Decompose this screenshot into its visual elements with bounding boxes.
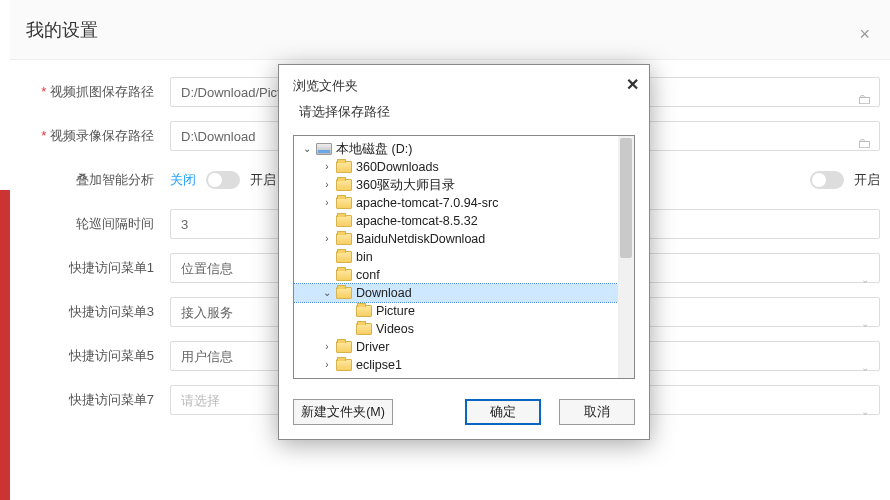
cancel-button[interactable]: 取消 xyxy=(559,399,635,425)
folder-tree[interactable]: ⌄本地磁盘 (D:)›360Downloads›360驱动大师目录›apache… xyxy=(293,135,635,379)
quick5-value: 用户信息 xyxy=(181,349,233,364)
quick7-placeholder: 请选择 xyxy=(181,393,220,408)
tree-node[interactable]: ›360驱动大师目录 xyxy=(294,176,634,194)
chevron-down-icon: ⌄ xyxy=(861,353,869,383)
tree-node-label: 360驱动大师目录 xyxy=(356,176,455,194)
snapshot-path-value: D:/Download/Pictur xyxy=(181,85,292,100)
tree-node-label: 本地磁盘 (D:) xyxy=(336,140,412,158)
page-title: 我的设置 xyxy=(10,0,890,42)
label-snapshot-path: 视频抓图保存路径 xyxy=(10,83,170,101)
folder-icon[interactable]: 🗀 xyxy=(857,128,871,158)
folder-icon[interactable]: 🗀 xyxy=(857,84,871,114)
tree-node[interactable]: apache-tomcat-8.5.32 xyxy=(294,212,634,230)
tree-node[interactable]: Videos xyxy=(294,320,634,338)
poll-interval-value: 3 xyxy=(181,217,188,232)
folder-icon xyxy=(336,233,352,245)
overlay-on-text: 开启 xyxy=(250,171,276,189)
ok-button[interactable]: 确定 xyxy=(465,399,541,425)
new-folder-button[interactable]: 新建文件夹(M) xyxy=(293,399,393,425)
folder-icon xyxy=(336,269,352,281)
dialog-close-icon[interactable]: ✕ xyxy=(626,75,639,94)
expand-icon[interactable]: › xyxy=(320,230,334,248)
label-quick7: 快捷访问菜单7 xyxy=(10,391,170,409)
overlay-off-text: 关闭 xyxy=(170,171,196,189)
tree-node[interactable]: ›eclipse1 xyxy=(294,356,634,374)
tree-node[interactable]: ›Driver xyxy=(294,338,634,356)
chevron-down-icon: ⌄ xyxy=(861,397,869,427)
tree-node[interactable]: ›apache-tomcat-7.0.94-src xyxy=(294,194,634,212)
tree-node[interactable]: ⌄Download xyxy=(294,284,634,302)
folder-icon xyxy=(356,305,372,317)
expand-icon[interactable]: › xyxy=(320,158,334,176)
expand-icon[interactable]: › xyxy=(320,356,334,374)
collapse-icon[interactable]: ⌄ xyxy=(300,140,314,158)
overlay-toggle-2[interactable] xyxy=(810,171,844,189)
tree-node[interactable]: ›360Downloads xyxy=(294,158,634,176)
page-header: 我的设置 × xyxy=(10,0,890,60)
dialog-subtitle: 请选择保存路径 xyxy=(279,99,649,131)
tree-node-label: bin xyxy=(356,248,373,266)
chevron-down-icon: ⌄ xyxy=(861,309,869,339)
browse-folder-dialog: 浏览文件夹 ✕ 请选择保存路径 ⌄本地磁盘 (D:)›360Downloads›… xyxy=(278,64,650,440)
tree-node[interactable]: ›BaiduNetdiskDownload xyxy=(294,230,634,248)
folder-icon xyxy=(336,251,352,263)
tree-node[interactable]: conf xyxy=(294,266,634,284)
label-smart-overlay: 叠加智能分析 xyxy=(10,171,170,189)
scrollbar-thumb[interactable] xyxy=(620,138,632,258)
tree-node-label: conf xyxy=(356,266,380,284)
record-path-value: D:\Download xyxy=(181,129,255,144)
settings-page: 我的设置 × 视频抓图保存路径 D:/Download/Pictur 🗀 视频录… xyxy=(0,0,890,500)
close-icon[interactable]: × xyxy=(859,24,870,45)
label-record-path: 视频录像保存路径 xyxy=(10,127,170,145)
tree-node-label: BaiduNetdiskDownload xyxy=(356,230,485,248)
folder-icon xyxy=(336,215,352,227)
label-quick1: 快捷访问菜单1 xyxy=(10,259,170,277)
folder-icon xyxy=(356,323,372,335)
tree-node-label: Download xyxy=(356,284,412,302)
quick3-value: 接入服务 xyxy=(181,305,233,320)
folder-icon xyxy=(336,359,352,371)
collapse-icon[interactable]: ⌄ xyxy=(320,284,334,302)
tree-node-label: Picture xyxy=(376,302,415,320)
tree-node-label: Videos xyxy=(376,320,414,338)
label-quick3: 快捷访问菜单3 xyxy=(10,303,170,321)
tree-node-label: eclipse1 xyxy=(356,356,402,374)
overlay-on-text-2: 开启 xyxy=(854,171,880,189)
overlay-toggle-1[interactable] xyxy=(206,171,240,189)
expand-icon[interactable]: › xyxy=(320,176,334,194)
expand-icon[interactable]: › xyxy=(320,338,334,356)
chevron-down-icon: ⌄ xyxy=(861,265,869,295)
label-quick5: 快捷访问菜单5 xyxy=(10,347,170,365)
tree-node-label: Driver xyxy=(356,338,389,356)
left-accent-bar xyxy=(0,0,10,500)
tree-node-label: 360Downloads xyxy=(356,158,439,176)
tree-node[interactable]: ⌄本地磁盘 (D:) xyxy=(294,140,634,158)
disk-icon xyxy=(316,143,332,155)
folder-icon xyxy=(336,287,352,299)
tree-node-label: apache-tomcat-8.5.32 xyxy=(356,212,478,230)
scrollbar-track[interactable] xyxy=(618,136,634,378)
folder-icon xyxy=(336,161,352,173)
tree-node[interactable]: bin xyxy=(294,248,634,266)
tree-node[interactable]: Picture xyxy=(294,302,634,320)
tree-node-label: apache-tomcat-7.0.94-src xyxy=(356,194,498,212)
dialog-title: 浏览文件夹 xyxy=(293,78,358,93)
dialog-footer: 新建文件夹(M) 确定 取消 xyxy=(279,391,649,439)
dialog-header: 浏览文件夹 ✕ xyxy=(279,65,649,99)
folder-icon xyxy=(336,197,352,209)
label-poll-interval: 轮巡间隔时间 xyxy=(10,215,170,233)
expand-icon[interactable]: › xyxy=(320,194,334,212)
quick1-value: 位置信息 xyxy=(181,261,233,276)
folder-icon xyxy=(336,179,352,191)
folder-icon xyxy=(336,341,352,353)
